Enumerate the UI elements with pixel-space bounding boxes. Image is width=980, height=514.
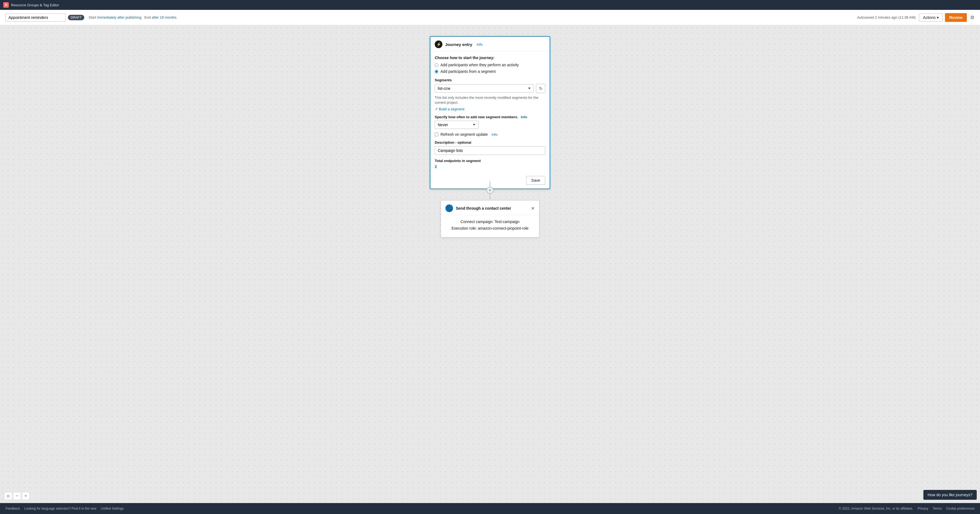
end-label: End — [145, 15, 151, 19]
build-segment-link[interactable]: ↗ Build a segment — [435, 107, 464, 111]
refresh-checkbox[interactable] — [435, 133, 438, 136]
refresh-icon: ↻ — [539, 86, 542, 91]
cc-header: 📞 Send through a contact center ✕ — [441, 201, 539, 215]
journey-name-input[interactable] — [5, 13, 66, 22]
refresh-checkbox-row: Refresh on segment update Info — [435, 132, 545, 137]
radio-segment-label: Add participants from a segment — [441, 69, 496, 74]
choose-label: Choose how to start the journey: — [435, 56, 545, 60]
start-end-info: Start Immediately after publishing End a… — [89, 15, 177, 19]
total-endpoints-label: Total endpoints in segment — [435, 159, 545, 163]
radio-segment[interactable] — [435, 70, 438, 73]
how-often-label: Specify how often to add new segment mem… — [435, 115, 545, 119]
external-link-icon: ↗ — [435, 107, 438, 111]
frequency-select[interactable]: Never — [435, 121, 479, 129]
radio-option-activity[interactable]: Add participants when they perform an ac… — [435, 63, 545, 67]
feedback-toast: How do you like journeys? — [923, 490, 977, 500]
refresh-checkbox-label: Refresh on segment update — [441, 132, 488, 137]
zoom-in-button[interactable]: + — [22, 492, 30, 500]
segment-row: list-ccw ↻ — [435, 84, 545, 93]
cc-role: Execution role: amazon-connect-pinpoint-… — [445, 226, 535, 231]
autosaved-text: Autosaved 2 minutes ago (11:38 AM) — [857, 15, 916, 19]
segment-select[interactable]: list-ccw — [435, 84, 534, 92]
radio-option-segment[interactable]: Add participants from a segment — [435, 69, 545, 74]
journey-canvas: ⚡ Journey entry Info Choose how to start… — [0, 25, 980, 503]
segment-hint-text: This list only includes the most recentl… — [435, 95, 545, 105]
connector: + — [487, 181, 493, 199]
how-often-info-link[interactable]: Info — [521, 115, 527, 119]
journey-entry-info-link[interactable]: Info — [477, 43, 483, 46]
actions-label: Actions — [923, 15, 935, 20]
connector-line-top — [490, 181, 490, 187]
start-link[interactable]: Immediately after publishing — [97, 15, 142, 19]
actions-button[interactable]: Actions ▾ — [919, 13, 943, 22]
app-logo: R — [3, 2, 9, 8]
refresh-info-link[interactable]: Info — [492, 132, 498, 137]
save-button[interactable]: Save — [526, 176, 545, 185]
how-often-section: Specify how often to add new segment mem… — [435, 115, 545, 129]
connector-line-bottom — [490, 194, 490, 199]
end-link[interactable]: after 18 months — [152, 15, 177, 19]
journey-entry-card: ⚡ Journey entry Info Choose how to start… — [430, 36, 550, 189]
cc-title: Send through a contact center — [456, 206, 528, 210]
description-section: Description - optional — [435, 140, 545, 155]
review-button[interactable]: Review — [945, 13, 967, 22]
segments-field-label: Segments — [435, 78, 545, 82]
card-body: Choose how to start the journey: Add par… — [430, 51, 550, 173]
contact-center-card: 📞 Send through a contact center ✕ Connec… — [441, 201, 539, 237]
zoom-out-button[interactable]: − — [13, 492, 21, 500]
add-activity-button[interactable]: + — [487, 187, 493, 194]
draft-badge: DRAFT — [68, 15, 84, 20]
app-title: Resource Groups & Tag Editor — [11, 3, 59, 7]
description-input[interactable] — [435, 146, 545, 155]
radio-group: Add participants when they perform an ac… — [435, 63, 545, 74]
description-label: Description - optional — [435, 140, 545, 145]
card-header: ⚡ Journey entry Info — [430, 37, 550, 51]
journey-entry-title: Journey entry — [445, 42, 472, 47]
cc-close-button[interactable]: ✕ — [531, 206, 535, 211]
radio-activity-label: Add participants when they perform an ac… — [441, 63, 519, 67]
lightning-icon: ⚡ — [435, 40, 442, 48]
refresh-button[interactable]: ↻ — [536, 84, 545, 93]
total-endpoints-section: Total endpoints in segment 2 — [435, 159, 545, 169]
settings-icon[interactable]: ⚙ — [970, 14, 975, 21]
top-bar: R Resource Groups & Tag Editor — [0, 0, 980, 10]
header-bar: DRAFT Start Immediately after publishing… — [0, 10, 980, 25]
chevron-down-icon: ▾ — [937, 15, 939, 20]
cc-body: Connect campaign: Test-campaign Executio… — [441, 215, 539, 237]
zoom-target-button[interactable]: ⊙ — [5, 492, 12, 500]
phone-icon: 📞 — [445, 204, 453, 212]
cc-campaign: Connect campaign: Test-campaign — [445, 220, 535, 224]
total-endpoints-value: 2 — [435, 164, 545, 169]
radio-activity[interactable] — [435, 63, 438, 67]
zoom-controls: ⊙ − + — [5, 492, 30, 500]
start-label: Start — [89, 15, 96, 19]
